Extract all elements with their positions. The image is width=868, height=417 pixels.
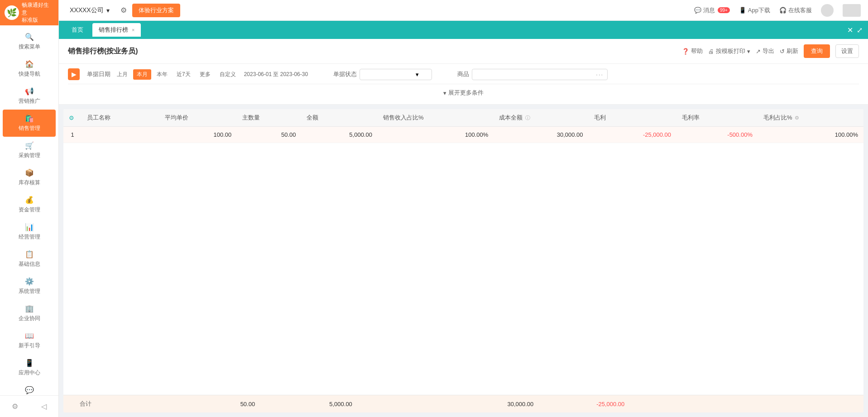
goods-filter-label: 商品: [457, 70, 469, 78]
sidebar-label-inventory: 库存核算: [19, 179, 40, 187]
footer-avg-price: [146, 401, 235, 407]
date-tab-more[interactable]: 更多: [196, 69, 214, 80]
sidebar-item-guide[interactable]: 📖新手引导: [0, 327, 58, 354]
user-name-placeholder: [843, 4, 861, 17]
col-sales-pct: 销售收入占比%: [378, 109, 494, 127]
tab-sales-ranking[interactable]: 销售排行榜 ×: [92, 23, 141, 37]
filter-goods-item: 商品 ···: [457, 69, 608, 80]
cell-name: [82, 127, 159, 143]
col-employee-name: 员工名称: [82, 109, 159, 127]
date-tab-prev-month[interactable]: 上月: [113, 69, 131, 80]
message-action[interactable]: 💬 消息 99+: [694, 6, 730, 14]
company-selector[interactable]: XXXXX公司 ▾: [66, 5, 113, 16]
search-icon: 🔍: [25, 33, 34, 41]
logo-text: 畅康通好生意 标准版: [22, 1, 54, 24]
tab-home[interactable]: 首页: [64, 22, 91, 38]
refresh-btn[interactable]: ↺ 刷新: [780, 47, 798, 55]
sidebar-item-quick-nav[interactable]: 🏠快捷导航: [0, 55, 58, 82]
company-dropdown-icon: ▾: [106, 7, 110, 14]
page-header: 销售排行榜(按业务员) ❓ 帮助 🖨 按模板打印 ▾ ↗ 导出 ↺ 刷新: [59, 39, 868, 64]
sidebar-item-enterprise[interactable]: 🏢企业协同: [0, 300, 58, 327]
sidebar-label-basic-info: 基础信息: [19, 260, 40, 268]
tab-bar-right: ✕ ⤢: [847, 26, 863, 34]
footer-gross: -25,000.00: [591, 401, 680, 407]
filter-expand-btn[interactable]: ▾ 展开更多条件: [68, 86, 859, 100]
sales-icon: 🛍️: [25, 114, 34, 123]
col-settings[interactable]: ⚙: [63, 109, 82, 127]
goods-input[interactable]: ···: [472, 69, 608, 80]
avatar[interactable]: [821, 4, 834, 17]
print-icon: 🖨: [708, 48, 714, 55]
print-template-btn[interactable]: 🖨 按模板打印 ▾: [708, 47, 750, 55]
sidebar-item-sales[interactable]: 🛍️销售管理: [3, 110, 56, 137]
col-amount: 全额: [301, 109, 377, 127]
sidebar-label-app-center: 应用中心: [19, 369, 40, 377]
tab-close-icon[interactable]: ×: [132, 27, 134, 33]
sidebar-item-operations[interactable]: 📊经营管理: [0, 218, 58, 245]
table-scroll: ⚙ 员工名称 平均单价 主数量 全额 销售收入占比% 成本全额 ⓘ 毛利 毛利率: [63, 109, 863, 395]
sidebar-label-enterprise: 企业协同: [19, 315, 40, 322]
sidebar-item-finance[interactable]: 💰资金管理: [0, 191, 58, 218]
marketing-icon: 📢: [25, 87, 34, 96]
query-btn[interactable]: 查询: [804, 44, 830, 58]
online-service-action[interactable]: 🎧 在线客服: [779, 6, 812, 14]
status-select[interactable]: ▾: [360, 69, 432, 80]
date-filter-label: 单据日期: [87, 70, 110, 78]
sidebar-item-search[interactable]: 🔍搜索菜单: [0, 28, 58, 55]
message-badge: 99+: [718, 7, 730, 13]
sidebar-label-system: 系统管理: [19, 288, 40, 295]
col-main-qty: 主数量: [237, 109, 301, 127]
date-tab-this-month[interactable]: 本月: [133, 69, 151, 80]
app-download-action[interactable]: 📱 App下载: [739, 6, 770, 14]
sidebar-label-sales: 销售管理: [19, 125, 40, 132]
sales-table: ⚙ 员工名称 平均单价 主数量 全额 销售收入占比% 成本全额 ⓘ 毛利 毛利率: [63, 109, 863, 143]
close-window-icon[interactable]: ✕: [847, 26, 853, 34]
help-btn[interactable]: ❓ 帮助: [682, 47, 703, 55]
collapse-sidebar-btn[interactable]: ◁: [38, 400, 50, 412]
date-tab-last7[interactable]: 近7天: [173, 69, 194, 80]
filter-date-item: 单据日期 上月 本月 本年 近7天 更多 自定义 2023-06-01 至 20…: [87, 69, 308, 80]
basic-info-icon: 📋: [25, 250, 34, 259]
footer-gross-pct: [769, 401, 858, 407]
industry-btn[interactable]: 体验行业方案: [132, 4, 180, 17]
sidebar-item-basic-info[interactable]: 📋基础信息: [0, 245, 58, 273]
content-area: 销售排行榜(按业务员) ❓ 帮助 🖨 按模板打印 ▾ ↗ 导出 ↺ 刷新: [59, 39, 868, 417]
sidebar-label-guide: 新手引导: [19, 342, 40, 350]
footer-sales-pct: [413, 401, 502, 407]
col-gross: 毛利: [589, 109, 677, 127]
settings-icon[interactable]: ⚙: [120, 6, 127, 14]
table-body: 1 100.00 50.00 5,000.00 100.00% 30,000.0…: [63, 127, 863, 143]
sidebar-item-marketing[interactable]: 📢营销推广: [0, 82, 58, 110]
sidebar-item-app-center[interactable]: 📱应用中心: [0, 354, 58, 381]
cell-sales-pct: 100.00%: [378, 127, 494, 143]
sidebar-item-inventory[interactable]: 📦库存核算: [0, 164, 58, 191]
footer-amount: 5,000.00: [324, 401, 413, 407]
purchase-icon: 🛒: [25, 141, 34, 150]
main-area: XXXXX公司 ▾ ⚙ 体验行业方案 💬 消息 99+ 📱 App下载 🎧 在线…: [59, 0, 868, 417]
status-filter-label: 单据状态: [333, 70, 357, 78]
print-dropdown-icon: ▾: [747, 48, 750, 55]
sidebar-label-purchase: 采购管理: [19, 152, 40, 159]
settings-btn[interactable]: 设置: [835, 44, 859, 58]
date-tab-this-year[interactable]: 本年: [153, 69, 171, 80]
sidebar-item-purchase[interactable]: 🛒采购管理: [0, 137, 58, 164]
sidebar-item-wechat[interactable]: 💬企业微信: [0, 381, 58, 395]
message-label: 消息: [703, 6, 715, 14]
col-gross-rate: 毛利率: [676, 109, 758, 127]
guide-icon: 📖: [25, 331, 34, 340]
filter-toggle-btn[interactable]: ▶: [68, 68, 80, 80]
refresh-icon: ↺: [780, 48, 785, 55]
date-tab-custom[interactable]: 自定义: [216, 69, 240, 80]
header-right: 💬 消息 99+ 📱 App下载 🎧 在线客服: [694, 4, 861, 17]
app-center-icon: 📱: [25, 359, 34, 367]
sidebar: 🌿 畅康通好生意 标准版 🔍搜索菜单🏠快捷导航📢营销推广🛍️销售管理🛒采购管理📦…: [0, 0, 59, 417]
logo-icon: 🌿: [5, 5, 19, 20]
table-header-row: ⚙ 员工名称 平均单价 主数量 全额 销售收入占比% 成本全额 ⓘ 毛利 毛利率: [63, 109, 863, 127]
maximize-icon[interactable]: ⤢: [857, 26, 863, 34]
settings-footer-btn[interactable]: ⚙: [8, 400, 22, 412]
sidebar-item-system[interactable]: ⚙️系统管理: [0, 273, 58, 300]
date-range-display: 2023-06-01 至 2023-06-30: [244, 71, 308, 78]
export-btn[interactable]: ↗ 导出: [756, 47, 774, 55]
cell-cost: 30,000.00: [494, 127, 588, 143]
sidebar-footer: ⚙ ◁: [0, 395, 58, 417]
